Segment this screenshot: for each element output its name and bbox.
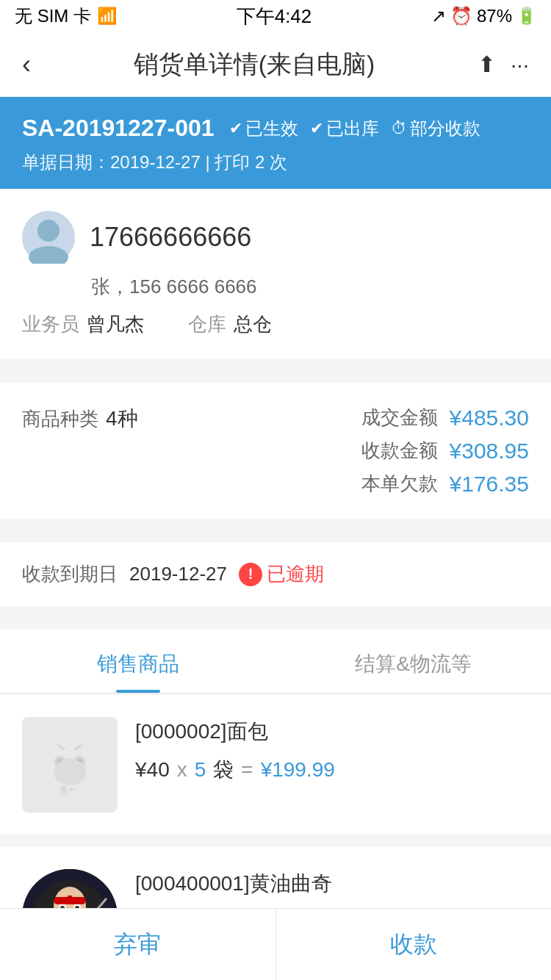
order-tags: ✔ 已生效 ✔ 已出库 ⏱ 部分收款 [229,117,480,140]
status-bar: 无 SIM 卡 📶 下午4:42 ↗ ⏰ 87% 🔋 [0,0,551,32]
debt-value: ¥176.35 [450,472,529,497]
status-bar-time: 下午4:42 [237,4,312,29]
customer-id: 17666666666 [90,222,251,253]
tag-effective-label: 已生效 [245,117,298,140]
more-icon[interactable]: ··· [511,52,529,77]
order-number: SA-20191227-001 [22,115,215,142]
deal-amount-label: 成交金额 [361,405,438,430]
product-type-value: 4种 [106,405,138,433]
tag-shipped: ✔ 已出库 [310,117,379,140]
divider-1 [0,371,551,383]
tab-sales-products[interactable]: 销售商品 [0,630,276,693]
divider-product [0,835,551,847]
nav-actions: ⬆ ··· [478,51,529,77]
status-bar-right: ↗ ⏰ 87% 🔋 [431,6,536,26]
product-type-item: 商品种类 4种 [22,405,138,433]
stats-section: 商品种类 4种 成交金额 ¥485.30 收款金额 ¥308.95 本单欠款 ¥… [0,383,551,519]
customer-info-row: 业务员 曾凡杰 仓库 总仓 [22,311,529,337]
svg-point-1 [29,246,68,264]
product-total-1: ¥199.99 [261,758,335,782]
overdue-text: 已逾期 [267,561,324,587]
alarm-icon: ⏰ [450,6,472,26]
order-date: 单据日期：2019-12-27 | 打印 2 次 [22,151,529,174]
due-section: 收款到期日 2019-12-27 ! 已逾期 [0,542,551,606]
svg-text:鱼+: 鱼+ [60,785,73,794]
overdue-badge: ! 已逾期 [239,561,324,587]
tag-partial-label: 部分收款 [410,117,480,140]
location-icon: ↗ [431,6,446,26]
debt-label: 本单欠款 [361,471,438,497]
price-eq-1: = [241,758,253,782]
tabs-header: 销售商品 结算&物流等 [0,630,551,693]
page-title: 销货单详情(来自电脑) [134,48,375,82]
stats-grid: 商品种类 4种 成交金额 ¥485.30 收款金额 ¥308.95 本单欠款 ¥… [22,405,529,497]
product-item: 鱼+ [0000002]面包 ¥40 x 5 袋 = ¥199.99 [0,695,551,835]
deal-amount-value: ¥485.30 [450,406,529,430]
battery-label: 87% [477,6,512,26]
tag-shipped-label: 已出库 [326,117,379,140]
stats-left: 商品种类 4种 [22,405,138,433]
warehouse-value: 总仓 [234,311,272,337]
due-date-value: 2019-12-27 [129,563,227,586]
tag-partial: ⏱ 部分收款 [391,117,480,140]
overdue-icon: ! [239,563,262,586]
avatar [22,211,75,264]
tab-settlement[interactable]: 结算&物流等 [276,630,551,693]
customer-row: 17666666666 [22,211,529,264]
svg-point-6 [54,759,86,785]
svg-point-0 [37,220,60,242]
back-button[interactable]: ‹ [22,49,31,80]
due-label: 收款到期日 [22,561,118,587]
product-type-label: 商品种类 [22,406,98,432]
nav-bar: ‹ 销货单详情(来自电脑) ⬆ ··· [0,32,551,97]
carrier-label: 无 SIM 卡 [15,4,91,28]
price-x-1: x [177,758,187,782]
sales-rep-value: 曾凡杰 [87,311,144,337]
product-details-1: [0000002]面包 ¥40 x 5 袋 = ¥199.99 [135,717,529,784]
tabs-section: 销售商品 结算&物流等 [0,630,551,693]
wifi-icon: 📶 [97,7,117,26]
bottom-bar: 弃审 收款 [0,908,551,980]
stats-right: 成交金额 ¥485.30 收款金额 ¥308.95 本单欠款 ¥176.35 [361,405,529,497]
product-image-1: 鱼+ [22,717,118,813]
sales-rep-item: 业务员 曾凡杰 [22,311,144,337]
product-unit-1: 袋 [213,756,234,784]
sales-rep-label: 业务员 [22,311,79,337]
warehouse-label: 仓库 [188,311,226,337]
check-icon-effective: ✔ [229,119,242,138]
deal-amount-item: 成交金额 ¥485.30 [361,405,529,430]
clock-icon: ⏱ [391,119,407,138]
product-unit-price-1: ¥40 [135,758,170,782]
collect-button[interactable]: 收款 [276,909,552,980]
svg-rect-16 [68,896,72,904]
tag-effective: ✔ 已生效 [229,117,298,140]
product-qty-1: 5 [195,758,206,782]
debt-item: 本单欠款 ¥176.35 [361,471,529,497]
collected-value: ¥308.95 [450,439,529,464]
divider-3 [0,618,551,630]
collected-item: 收款金额 ¥308.95 [361,438,529,464]
customer-section: 17666666666 张，156 6666 6666 业务员 曾凡杰 仓库 总… [0,189,551,359]
reject-button[interactable]: 弃审 [0,909,276,980]
product-name-1: [0000002]面包 [135,717,529,746]
share-icon[interactable]: ⬆ [478,51,496,77]
order-banner: SA-20191227-001 ✔ 已生效 ✔ 已出库 ⏱ 部分收款 单据日期：… [0,97,551,189]
check-icon-shipped: ✔ [310,119,323,138]
divider-2 [0,530,551,542]
product-price-row-1: ¥40 x 5 袋 = ¥199.99 [135,756,529,784]
battery-icon: 🔋 [516,7,536,26]
customer-name-phone: 张，156 6666 6666 [91,274,529,300]
product-name-2: [000400001]黄油曲奇 [135,869,529,898]
status-bar-left: 无 SIM 卡 📶 [15,4,117,28]
collected-label: 收款金额 [361,438,438,464]
warehouse-item: 仓库 总仓 [188,311,272,337]
